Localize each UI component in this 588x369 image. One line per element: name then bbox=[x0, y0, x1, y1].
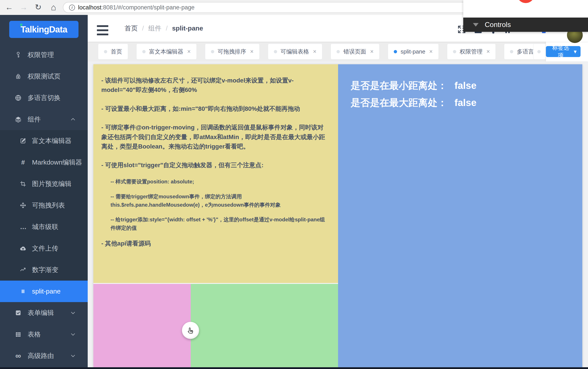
checkbox-icon bbox=[14, 309, 22, 317]
globe-icon bbox=[14, 94, 22, 102]
sidebar-item-label: split-pane bbox=[32, 287, 60, 295]
browser-reload-icon[interactable]: ↻ bbox=[33, 2, 43, 13]
chevron-up-icon bbox=[70, 116, 76, 123]
nested-pane-right-green bbox=[191, 284, 338, 367]
partial-header-icon bbox=[542, 31, 546, 33]
table-icon bbox=[14, 331, 22, 338]
controls-bar[interactable]: Controls bbox=[463, 18, 588, 32]
sidebar-item-tables[interactable]: 表格 bbox=[0, 324, 88, 345]
split-pane-trigger-handle[interactable] bbox=[182, 322, 199, 339]
close-icon[interactable]: × bbox=[487, 48, 490, 55]
sidebar-item-label: 表单编辑 bbox=[28, 308, 54, 318]
sidebar-item-i18n[interactable]: 多语言切换 bbox=[0, 87, 88, 109]
key-icon bbox=[14, 51, 22, 59]
desktop-edge-strip bbox=[0, 367, 588, 369]
close-icon[interactable]: × bbox=[370, 48, 374, 55]
browser-home-icon[interactable]: ⌂ bbox=[48, 2, 59, 13]
sidebar-item-split-pane[interactable]: split-pane bbox=[0, 281, 88, 302]
tabs-row: 首页 富文本编辑器 × 可拖拽排序 × 可编辑表格 × 错误页面 × bbox=[88, 42, 588, 62]
sidebar-item-label: 富文本编辑器 bbox=[32, 136, 71, 145]
partial-header-icon bbox=[492, 31, 494, 34]
browser-back-icon[interactable]: ← bbox=[4, 2, 14, 13]
app-logo[interactable]: TalkingData bbox=[9, 21, 79, 38]
doc-pane-left: - 该组件可以拖动修改左右尺寸，还可以绑定v-model来设置，如设置v-mod… bbox=[93, 64, 338, 283]
doc-sub-bullet: -- 需要给trigger绑定mousedown事件，绑定的方法调用this.$… bbox=[110, 192, 329, 209]
doc-bullet: - 该组件可以拖动修改左右尺寸，还可以绑定v-model来设置，如设置v-mod… bbox=[101, 76, 329, 95]
sidebar-item-label: 多语言切换 bbox=[28, 93, 60, 102]
controls-title: Controls bbox=[485, 20, 511, 29]
close-icon[interactable]: × bbox=[313, 48, 317, 55]
browser-forward-icon[interactable]: → bbox=[19, 2, 29, 13]
tab-split-pane[interactable]: split-pane × bbox=[388, 44, 439, 60]
components-submenu: 富文本编辑器 # Markdown编辑器 图片预览编辑 可拖拽列表 … 城市级联 bbox=[0, 130, 88, 302]
tab-draggable-sort[interactable]: 可拖拽排序 × bbox=[205, 44, 259, 60]
tab-editable-table[interactable]: 可编辑表格 × bbox=[268, 44, 322, 60]
sidebar: TalkingData 权限管理 权限测试页 多语言切换 组件 bbox=[0, 15, 88, 369]
tab-error-page[interactable]: 错误页面 × bbox=[331, 44, 379, 60]
tags-options-button[interactable]: 标签选项 ▾ bbox=[546, 46, 580, 57]
status-label: 是否是在最小距离处： bbox=[350, 80, 447, 91]
lock-icon bbox=[14, 73, 22, 80]
close-icon[interactable]: × bbox=[250, 48, 254, 55]
sidebar-item-components[interactable]: 组件 bbox=[0, 109, 88, 130]
close-icon[interactable]: × bbox=[187, 48, 191, 55]
sidebar-item-file-upload[interactable]: 文件上传 bbox=[0, 238, 88, 259]
chevron-down-icon bbox=[70, 331, 76, 338]
page-info-icon[interactable]: i bbox=[69, 5, 75, 10]
sidebar-item-label: 可拖拽列表 bbox=[32, 201, 65, 210]
sidebar-item-city-cascader[interactable]: … 城市级联 bbox=[0, 216, 88, 238]
tab-dot bbox=[274, 50, 277, 53]
breadcrumb-components[interactable]: 组件 bbox=[148, 24, 161, 33]
sidebar-item-markdown-editor[interactable]: # Markdown编辑器 bbox=[0, 152, 88, 173]
page-content: - 该组件可以拖动修改左右尺寸，还可以绑定v-model来设置，如设置v-mod… bbox=[88, 62, 588, 369]
close-icon[interactable]: × bbox=[429, 48, 433, 55]
tab-dot bbox=[510, 50, 513, 53]
edit-icon bbox=[19, 137, 27, 144]
sidebar-item-permission-test[interactable]: 权限测试页 bbox=[0, 66, 88, 87]
breadcrumb-home[interactable]: 首页 bbox=[125, 24, 138, 33]
sidebar-item-form-edit[interactable]: 表单编辑 bbox=[0, 302, 88, 324]
tab-label: 首页 bbox=[111, 48, 122, 55]
sidebar-item-advanced-router[interactable]: ∞ 高级路由 bbox=[0, 345, 88, 367]
layers-icon bbox=[14, 116, 22, 123]
tab-dot bbox=[104, 50, 107, 53]
status-label: 是否是在最大距离处： bbox=[350, 97, 447, 108]
breadcrumb-current: split-pane bbox=[172, 25, 203, 32]
chevron-down-icon: ▾ bbox=[574, 48, 577, 55]
pause-icon bbox=[19, 287, 27, 295]
status-value: false bbox=[455, 97, 476, 108]
trending-up-icon bbox=[19, 266, 27, 274]
overlay-top-area bbox=[463, 0, 588, 18]
tab-rich-text-editor[interactable]: 富文本编辑器 × bbox=[136, 44, 197, 60]
url-path: :8081/#/component/split-pane-page bbox=[101, 4, 195, 11]
sidebar-item-image-editor[interactable]: 图片预览编辑 bbox=[0, 173, 88, 195]
sidebar-menu: 权限管理 权限测试页 多语言切换 组件 富文本编辑器 bbox=[0, 44, 88, 367]
doc-sub-bullet: -- 样式需要设置position: absolute; bbox=[110, 177, 329, 186]
sidebar-item-label: 高级路由 bbox=[28, 351, 54, 360]
sidebar-item-draggable-list[interactable]: 可拖拽列表 bbox=[0, 195, 88, 216]
status-value: false bbox=[455, 80, 476, 91]
screen: ← → ↻ ⌂ i localhost:8081/#/component/spl… bbox=[0, 0, 588, 369]
tags-nav: 首页 富文本编辑器 × 可拖拽排序 × 可编辑表格 × 错误页面 × bbox=[88, 42, 588, 62]
record-button[interactable] bbox=[517, 0, 535, 3]
tab-dot bbox=[211, 50, 214, 53]
split-pane-demo: - 该组件可以拖动修改左右尺寸，还可以绑定v-model来设置，如设置v-mod… bbox=[93, 64, 582, 367]
doc-bullet: - 可使用slot="trigger"自定义拖动触发器，但有三个注意点: bbox=[101, 160, 329, 170]
menu-toggle-icon[interactable] bbox=[97, 25, 108, 35]
hand-cursor-icon bbox=[186, 326, 195, 335]
sidebar-item-rich-text-editor[interactable]: 富文本编辑器 bbox=[0, 130, 88, 152]
sidebar-item-number-gradient[interactable]: 数字渐变 bbox=[0, 259, 88, 281]
tab-label: 权限管理 bbox=[460, 48, 483, 55]
tab-dot bbox=[337, 50, 340, 53]
sidebar-item-permissions[interactable]: 权限管理 bbox=[0, 44, 88, 66]
tags-options-label: 标签选项 bbox=[550, 44, 572, 59]
status-pane-right: 是否是在最小距离处：false 是否是在最大距离处：false bbox=[338, 64, 582, 367]
sidebar-item-label: 城市级联 bbox=[32, 223, 58, 231]
crop-icon bbox=[19, 180, 27, 188]
tab-label: 错误页面 bbox=[343, 48, 366, 55]
sidebar-item-label: 图片预览编辑 bbox=[32, 179, 71, 188]
tab-home[interactable]: 首页 bbox=[98, 44, 128, 60]
tab-permissions[interactable]: 权限管理 × bbox=[447, 44, 496, 60]
url-host: localhost bbox=[78, 4, 101, 11]
ellipsis-icon: … bbox=[19, 223, 27, 231]
